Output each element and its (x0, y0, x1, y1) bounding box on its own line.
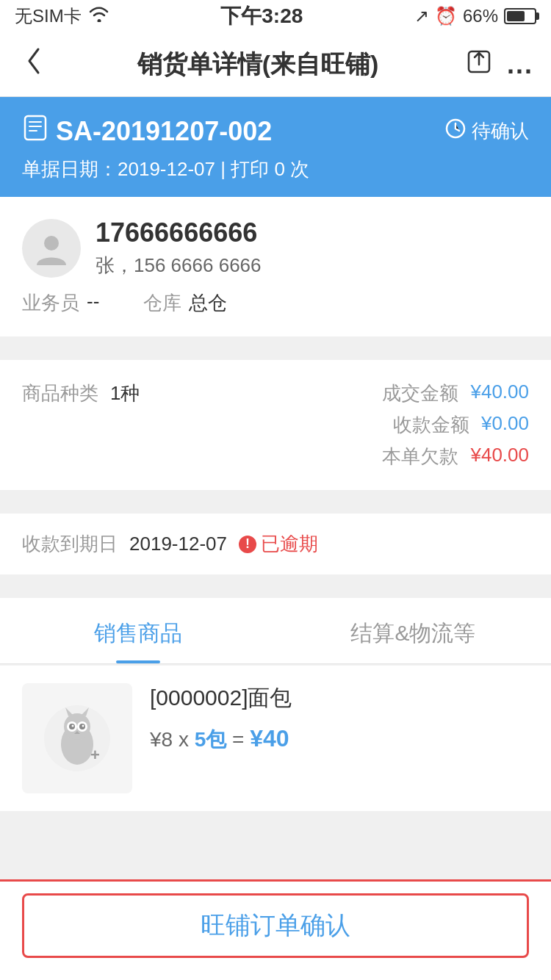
confirm-order-button[interactable]: 旺铺订单确认 (22, 893, 529, 958)
product-section: + [0000002]面包 ¥8 x 5包 = ¥40 (0, 666, 551, 811)
status-bar-right: ↗ ⏰ 66% (414, 6, 536, 26)
alarm-icon: ⏰ (435, 6, 457, 26)
salesperson-label: 业务员 (22, 290, 79, 316)
product-types-label: 商品种类 (22, 381, 98, 406)
due-date: 2019-12-07 (129, 533, 227, 555)
price-unit: ¥8 x (150, 728, 195, 751)
tab-settlement[interactable]: 结算&物流等 (276, 598, 551, 663)
owed-label: 本单欠款 (382, 444, 458, 469)
due-label: 收款到期日 (22, 531, 118, 557)
product-image: + (22, 683, 132, 793)
summary-row: 商品种类 1种 成交金额 ¥40.00 收款金额 ¥0.00 本单欠款 ¥40.… (22, 381, 529, 469)
svg-point-3 (44, 236, 59, 251)
nav-actions: ... (466, 48, 533, 80)
owed-value: ¥40.00 (470, 444, 529, 469)
customer-info: 17666666666 张，156 6666 6666 (96, 217, 262, 278)
carrier-text: 无SIM卡 (15, 4, 82, 28)
svg-point-13 (72, 725, 74, 727)
order-id: SA-20191207-002 (22, 115, 272, 148)
received-label: 收款金额 (393, 412, 469, 438)
svg-rect-1 (25, 116, 46, 140)
transaction-row: 成交金额 ¥40.00 (382, 381, 529, 406)
received-row: 收款金额 ¥0.00 (393, 412, 529, 438)
clock-icon (445, 118, 466, 144)
wifi-icon (89, 6, 109, 26)
status-bar-time: 下午3:28 (220, 2, 303, 30)
customer-top: 17666666666 张，156 6666 6666 (22, 217, 529, 278)
product-image-placeholder: + (40, 702, 114, 775)
battery-icon (504, 8, 536, 24)
warehouse-item: 仓库 总仓 (143, 290, 227, 316)
page-title: 销货单详情(来自旺铺) (137, 48, 379, 82)
battery-fill (507, 11, 525, 21)
product-types-value: 1种 (110, 381, 140, 406)
bottom-bar: 旺铺订单确认 (0, 879, 551, 980)
summary-card: 商品种类 1种 成交金额 ¥40.00 收款金额 ¥0.00 本单欠款 ¥40.… (0, 360, 551, 490)
tab-sales-products[interactable]: 销售商品 (0, 598, 276, 663)
order-icon (22, 115, 48, 148)
divider-1 (0, 348, 551, 360)
tabs: 销售商品 结算&物流等 (0, 598, 551, 664)
total-price: ¥40 (250, 725, 289, 752)
customer-name: 张，156 6666 6666 (96, 253, 262, 278)
customer-meta: 业务员 -- 仓库 总仓 (22, 290, 529, 316)
transaction-label: 成交金额 (382, 381, 458, 406)
transaction-value: ¥40.00 (470, 381, 529, 406)
order-date: 单据日期：2019-12-07 | 打印 0 次 (22, 156, 529, 182)
status-bar-left: 无SIM卡 (15, 4, 109, 28)
quantity: 5包 (195, 728, 227, 751)
avatar (22, 219, 81, 278)
svg-point-14 (82, 725, 84, 727)
product-name: [0000002]面包 (150, 683, 529, 713)
received-value: ¥0.00 (481, 412, 529, 438)
back-button[interactable] (18, 39, 50, 90)
nav-bar: 销货单详情(来自旺铺) ... (0, 32, 551, 97)
divider-3 (0, 586, 551, 598)
salesperson-item: 业务员 -- (22, 290, 99, 316)
battery-percent: 66% (463, 6, 498, 26)
order-header: SA-20191207-002 待确认 单据日期：2019-12-07 | 打印… (0, 97, 551, 197)
product-info: [0000002]面包 ¥8 x 5包 = ¥40 (150, 683, 529, 754)
tabs-container: 销售商品 结算&物流等 (0, 598, 551, 664)
location-icon: ↗ (414, 6, 429, 26)
summary-left: 商品种类 1种 (22, 381, 140, 406)
status-bar: 无SIM卡 下午3:28 ↗ ⏰ 66% (0, 0, 551, 32)
product-price: ¥8 x 5包 = ¥40 (150, 725, 529, 754)
salesperson-value: -- (87, 290, 99, 316)
due-card: 收款到期日 2019-12-07 ! 已逾期 (0, 514, 551, 574)
warehouse-value: 总仓 (189, 290, 227, 316)
owed-row: 本单欠款 ¥40.00 (382, 444, 529, 469)
order-status: 待确认 (445, 118, 529, 144)
warehouse-label: 仓库 (143, 290, 181, 316)
more-icon[interactable]: ... (507, 49, 533, 80)
product-item: + [0000002]面包 ¥8 x 5包 = ¥40 (22, 683, 529, 793)
customer-phone: 17666666666 (96, 217, 262, 248)
customer-card: 17666666666 张，156 6666 6666 业务员 -- 仓库 总仓 (0, 197, 551, 336)
summary-right: 成交金额 ¥40.00 收款金额 ¥0.00 本单欠款 ¥40.00 (382, 381, 529, 469)
svg-text:+: + (90, 746, 100, 764)
overdue-badge: ! 已逾期 (239, 531, 318, 557)
share-icon[interactable] (466, 48, 492, 80)
overdue-text: 已逾期 (261, 531, 318, 557)
order-header-top: SA-20191207-002 待确认 (22, 115, 529, 148)
overdue-icon: ! (239, 536, 256, 553)
divider-2 (0, 502, 551, 514)
equals: = (226, 728, 250, 751)
